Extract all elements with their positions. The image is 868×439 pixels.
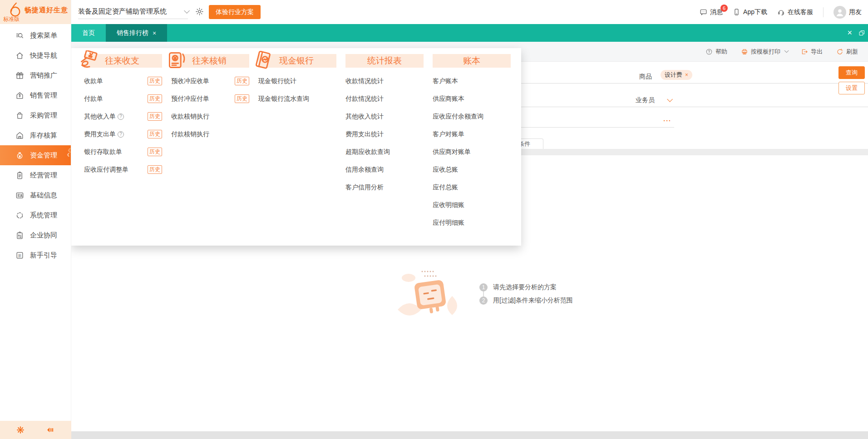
menu-item-label[interactable]: 应收应付余额查询 <box>433 113 483 121</box>
menu-item-label[interactable]: 收款核销执行 <box>171 113 209 121</box>
menu-item-label[interactable]: 预付冲应付单 <box>171 95 209 103</box>
sidebar-item-6[interactable]: 库存核算 <box>0 125 71 145</box>
menu-item-label[interactable]: 超期应收款查询 <box>345 148 390 156</box>
menu-item[interactable]: 现金银行统计 <box>258 72 336 90</box>
sidebar-item-1[interactable]: 搜索菜单 <box>0 25 71 45</box>
app-download-button[interactable]: App下载 <box>733 8 767 16</box>
menu-item[interactable]: 其他收入统计 <box>345 108 424 125</box>
menu-item[interactable]: 供应商账本 <box>433 90 511 108</box>
tab-home[interactable]: 首页 <box>71 24 106 42</box>
workspace-select[interactable]: 装备及固定资产辅助管理系统 <box>78 4 188 19</box>
menu-item-label[interactable]: 付款情况统计 <box>345 95 384 103</box>
menu-item-label[interactable]: 付款单 <box>84 95 103 103</box>
close-tab-icon[interactable]: × <box>153 30 156 37</box>
menu-item-label[interactable]: 收款情况统计 <box>345 77 384 85</box>
sidebar-item-2[interactable]: 快捷导航 <box>0 45 71 65</box>
menu-item[interactable]: 费用支出单?历史 <box>84 125 162 143</box>
menu-item[interactable]: 客户账本 <box>433 72 511 90</box>
menu-item[interactable]: 客户信用分析 <box>345 178 424 196</box>
print-template-button[interactable]: 按模板打印 <box>741 48 787 56</box>
menu-item-label[interactable]: 收款单 <box>84 77 103 85</box>
sidebar-item-11[interactable]: 企业协同 <box>0 225 71 245</box>
online-support-button[interactable]: 在线客服 <box>777 8 813 16</box>
remove-tag-icon[interactable]: × <box>685 72 688 78</box>
sidebar-item-4[interactable]: 销售管理 <box>0 85 71 105</box>
menu-item-label[interactable]: 供应商对账单 <box>433 148 471 156</box>
menu-item-label[interactable]: 供应商账本 <box>433 95 464 103</box>
menu-item-label[interactable]: 其他收入单? <box>84 113 124 121</box>
messages-button[interactable]: 消息 6 <box>700 8 723 16</box>
menu-item[interactable]: 付款核销执行 <box>171 125 249 143</box>
fullscreen-icon[interactable] <box>858 30 865 36</box>
help-button[interactable]: 帮助 <box>705 48 727 56</box>
sidebar-item-3[interactable]: 营销推广 <box>0 65 71 85</box>
product-tag[interactable]: 设计费 × <box>661 70 692 80</box>
product-filter-field[interactable]: 设计费 × ... <box>657 69 868 84</box>
sidebar-item-5[interactable]: 采购管理 <box>0 105 71 125</box>
industry-solution-button[interactable]: 体验行业方案 <box>209 5 261 19</box>
menu-item-label[interactable]: 客户账本 <box>433 77 458 85</box>
menu-item-label[interactable]: 应收明细账 <box>433 201 464 209</box>
user-menu[interactable]: 用友 <box>833 6 862 19</box>
sidebar-item-9[interactable]: 基础信息 <box>0 185 71 205</box>
menu-item[interactable]: 预收冲应收单历史 <box>171 72 249 90</box>
menu-item[interactable]: 收款单历史 <box>84 72 162 90</box>
menu-item[interactable]: 信用余额查询 <box>345 161 424 178</box>
menu-item[interactable]: 付款单历史 <box>84 90 162 108</box>
menu-item[interactable]: 应收明细账 <box>433 196 511 214</box>
menu-item-label[interactable]: 费用支出单? <box>84 130 124 138</box>
menu-item-label[interactable]: 客户信用分析 <box>345 183 384 192</box>
sidebar-item-7[interactable]: 资金管理 <box>0 145 71 165</box>
salesperson-filter-field[interactable]: ... <box>657 93 868 107</box>
history-badge[interactable]: 历史 <box>148 130 162 138</box>
history-badge[interactable]: 历史 <box>148 77 162 85</box>
history-badge[interactable]: 历史 <box>148 112 162 121</box>
menu-item[interactable]: 其他收入单?历史 <box>84 108 162 125</box>
sidebar-item-8[interactable]: 经营管理 <box>0 165 71 185</box>
menu-item-label[interactable]: 预收冲应收单 <box>171 77 209 85</box>
menu-item-label[interactable]: 现金银行统计 <box>258 77 296 85</box>
menu-item-label[interactable]: 应付总账 <box>433 183 458 192</box>
menu-item[interactable]: 预付冲应付单历史 <box>171 90 249 108</box>
close-all-icon[interactable]: × <box>847 28 852 38</box>
export-button[interactable]: 导出 <box>801 48 823 56</box>
collapse-sidebar-icon[interactable] <box>46 426 54 434</box>
history-badge[interactable]: 历史 <box>148 148 162 156</box>
menu-item[interactable]: 收款核销执行 <box>171 108 249 125</box>
history-badge[interactable]: 历史 <box>235 94 249 103</box>
menu-item[interactable]: 应付总账 <box>433 178 511 196</box>
sidebar-item-10[interactable]: 系统管理 <box>0 205 71 225</box>
tab-sales-ranking[interactable]: 销售排行榜 × <box>106 24 167 42</box>
menu-item[interactable]: 付款情况统计 <box>345 90 424 108</box>
menu-item[interactable]: 客户对账单 <box>433 125 511 143</box>
menu-item[interactable]: 银行存取款单历史 <box>84 143 162 161</box>
more-dots-icon[interactable]: ... <box>663 115 671 123</box>
query-button[interactable]: 查询 <box>838 66 865 79</box>
menu-item-label[interactable]: 信用余额查询 <box>345 166 384 174</box>
menu-item[interactable]: 收款情况统计 <box>345 72 424 90</box>
menu-item-label[interactable]: 费用支出统计 <box>345 130 384 138</box>
history-badge[interactable]: 历史 <box>235 77 249 85</box>
menu-item-label[interactable]: 银行存取款单 <box>84 148 122 156</box>
menu-item[interactable]: 应付明细账 <box>433 214 511 232</box>
menu-item-label[interactable]: 付款核销执行 <box>171 130 209 138</box>
settings-button[interactable]: 设置 <box>838 82 865 94</box>
menu-item[interactable]: 费用支出统计 <box>345 125 424 143</box>
menu-item[interactable]: 现金银行流水查询 <box>258 90 336 108</box>
menu-item[interactable]: 供应商对账单 <box>433 143 511 161</box>
sidebar-item-12[interactable]: 新新手引导 <box>0 245 71 265</box>
menu-item-label[interactable]: 应付明细账 <box>433 219 464 227</box>
workspace-gear-icon[interactable] <box>195 7 204 16</box>
history-badge[interactable]: 历史 <box>148 165 162 174</box>
menu-item[interactable]: 应收总账 <box>433 161 511 178</box>
menu-item[interactable]: 超期应收款查询 <box>345 143 424 161</box>
history-badge[interactable]: 历史 <box>148 94 162 103</box>
menu-item-label[interactable]: 现金银行流水查询 <box>258 95 309 103</box>
menu-item[interactable]: 应收应付调整单历史 <box>84 161 162 178</box>
settings-gear-icon[interactable] <box>16 426 25 434</box>
menu-item-label[interactable]: 应收总账 <box>433 166 458 174</box>
menu-item-label[interactable]: 客户对账单 <box>433 130 464 138</box>
menu-item-label[interactable]: 其他收入统计 <box>345 113 384 121</box>
menu-item[interactable]: 应收应付余额查询 <box>433 108 511 125</box>
menu-item-label[interactable]: 应收应付调整单 <box>84 166 128 174</box>
